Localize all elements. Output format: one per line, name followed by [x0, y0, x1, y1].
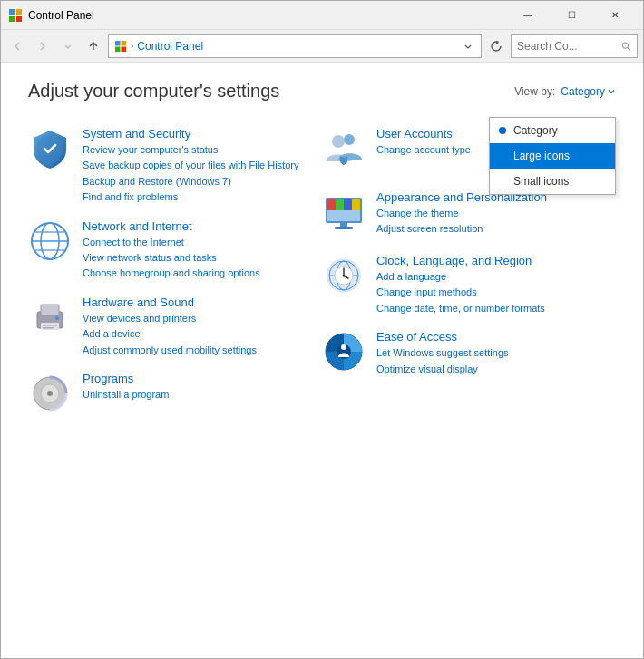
- clock-info: Clock, Language, and Region Add a langua…: [376, 254, 616, 315]
- main-window: Control Panel — ☐ ✕: [0, 0, 644, 659]
- search-input[interactable]: [517, 40, 618, 53]
- up-button[interactable]: [83, 35, 104, 57]
- window-title: Control Panel: [28, 9, 507, 22]
- category-system-security: System and Security Review your computer…: [28, 120, 322, 212]
- hardware-link-2[interactable]: Add a device: [83, 327, 322, 341]
- system-security-link-2[interactable]: Save backup copies of your files with Fi…: [83, 159, 322, 172]
- ease-access-link-2[interactable]: Optimize visual display: [376, 363, 616, 376]
- appearance-link-2[interactable]: Adjust screen resolution: [376, 222, 616, 236]
- dropdown-large-icons-label: Large icons: [513, 150, 570, 162]
- radio-dot-category: [499, 127, 506, 134]
- forward-button[interactable]: [32, 35, 54, 57]
- dropdown-item-category[interactable]: Category: [490, 118, 615, 143]
- programs-icon: [28, 372, 72, 415]
- clock-title[interactable]: Clock, Language, and Region: [376, 254, 616, 267]
- svg-point-45: [341, 344, 346, 350]
- network-link-3[interactable]: Choose homegroup and sharing options: [83, 267, 322, 280]
- svg-rect-29: [336, 199, 344, 210]
- page-header: Adjust your computer's settings View by:…: [28, 81, 616, 102]
- view-by-control: View by: Category: [514, 85, 616, 98]
- user-accounts-icon: [322, 127, 366, 170]
- svg-rect-30: [344, 199, 352, 210]
- dropdown-item-small-icons[interactable]: Small icons: [490, 169, 615, 194]
- network-title[interactable]: Network and Internet: [83, 219, 322, 233]
- clock-link-1[interactable]: Add a language: [376, 270, 616, 284]
- svg-point-18: [55, 316, 59, 320]
- svg-rect-34: [335, 227, 353, 229]
- dropdown-item-large-icons[interactable]: Large icons: [490, 143, 615, 169]
- address-dropdown-arrow[interactable]: [461, 35, 475, 57]
- category-programs: Programs Uninstall a program: [28, 364, 322, 428]
- appearance-link-1[interactable]: Change the theme: [376, 207, 616, 220]
- svg-rect-0: [9, 9, 15, 15]
- network-link-2[interactable]: View network status and tasks: [83, 251, 322, 265]
- radio-empty-large: [499, 152, 506, 160]
- maximize-button[interactable]: ☐: [551, 2, 592, 29]
- svg-point-25: [344, 134, 355, 145]
- svg-rect-7: [122, 46, 127, 52]
- svg-line-9: [628, 47, 630, 50]
- breadcrumb-separator: ›: [131, 41, 133, 51]
- svg-rect-17: [41, 323, 59, 330]
- hardware-icon: [28, 296, 72, 339]
- svg-rect-33: [340, 223, 347, 227]
- address-container[interactable]: › Control Panel: [108, 34, 482, 58]
- window-controls: — ☐ ✕: [507, 2, 636, 29]
- search-icon: [621, 41, 631, 52]
- ease-access-title[interactable]: Ease of Access: [376, 330, 616, 344]
- breadcrumb-icon-item[interactable]: [114, 40, 127, 53]
- programs-title[interactable]: Programs: [83, 372, 322, 385]
- address-bar: › Control Panel: [1, 30, 643, 63]
- clock-link-3[interactable]: Change date, time, or number formats: [376, 302, 616, 315]
- svg-point-8: [623, 43, 629, 48]
- content-area: Adjust your computer's settings View by:…: [1, 63, 643, 658]
- svg-rect-20: [43, 327, 54, 329]
- system-security-title[interactable]: System and Security: [83, 127, 322, 141]
- recent-locations-button[interactable]: [57, 35, 79, 57]
- svg-point-24: [332, 135, 345, 148]
- clock-link-2[interactable]: Change input methods: [376, 286, 616, 299]
- system-security-icon: [28, 127, 72, 170]
- dropdown-arrow-icon: [607, 87, 616, 96]
- search-box[interactable]: [511, 34, 638, 58]
- hardware-link-1[interactable]: View devices and printers: [83, 312, 322, 325]
- view-dropdown-label: Category: [561, 85, 605, 98]
- appearance-info: Appearance and Personalization Change th…: [376, 190, 616, 237]
- back-button[interactable]: [6, 35, 28, 57]
- view-by-label: View by:: [514, 85, 555, 98]
- hardware-title[interactable]: Hardware and Sound: [83, 296, 322, 309]
- close-button[interactable]: ✕: [594, 2, 636, 29]
- view-dropdown-button[interactable]: Category: [561, 85, 616, 98]
- refresh-button[interactable]: [485, 35, 507, 57]
- svg-rect-5: [122, 41, 127, 46]
- ease-access-icon: [322, 330, 366, 373]
- ease-access-link-1[interactable]: Let Windows suggest settings: [376, 346, 616, 360]
- hardware-link-3[interactable]: Adjust commonly used mobility settings: [83, 344, 322, 357]
- system-security-link-3[interactable]: Backup and Restore (Windows 7): [83, 175, 322, 189]
- system-security-link-4[interactable]: Find and fix problems: [83, 190, 322, 204]
- svg-point-23: [47, 391, 53, 396]
- category-clock: Clock, Language, and Region Add a langua…: [322, 247, 616, 323]
- view-dropdown-menu: Category Large icons Small icons: [489, 117, 616, 195]
- system-security-info: System and Security Review your computer…: [83, 127, 322, 205]
- network-info: Network and Internet Connect to the Inte…: [83, 219, 322, 281]
- svg-rect-4: [115, 41, 121, 46]
- programs-info: Programs Uninstall a program: [83, 372, 322, 402]
- category-hardware: Hardware and Sound View devices and prin…: [28, 288, 322, 364]
- network-link-1[interactable]: Connect to the Internet: [83, 236, 322, 249]
- svg-rect-3: [16, 16, 22, 22]
- hardware-info: Hardware and Sound View devices and prin…: [83, 296, 322, 357]
- svg-rect-16: [41, 305, 59, 315]
- title-bar: Control Panel — ☐ ✕: [1, 1, 643, 30]
- programs-link-1[interactable]: Uninstall a program: [83, 388, 322, 402]
- network-icon: [28, 219, 72, 263]
- svg-rect-2: [9, 16, 15, 22]
- ease-access-info: Ease of Access Let Windows suggest setti…: [376, 330, 616, 376]
- svg-rect-28: [327, 199, 336, 210]
- system-security-link-1[interactable]: Review your computer's status: [83, 143, 322, 157]
- svg-rect-32: [327, 210, 360, 221]
- breadcrumb-path[interactable]: Control Panel: [137, 40, 203, 53]
- svg-rect-31: [352, 199, 360, 210]
- dropdown-small-icons-label: Small icons: [513, 175, 569, 188]
- minimize-button[interactable]: —: [507, 2, 549, 29]
